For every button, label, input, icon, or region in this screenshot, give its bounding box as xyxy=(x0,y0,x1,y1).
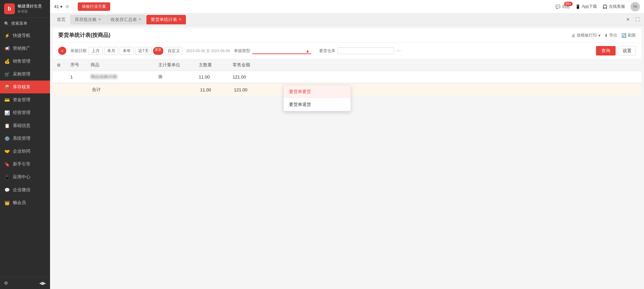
tab-bar: 首页 库存批次账 ✕ 收发存汇总表 ✕ 要货单统计表 ✕ ✕ ⛶ xyxy=(50,14,644,26)
messages-badge: 99+ xyxy=(564,2,573,6)
footer-label: 合计 xyxy=(92,87,160,93)
search-menu[interactable]: 🔍 搜索菜单 xyxy=(0,18,50,29)
warehouse-input[interactable] xyxy=(337,47,394,54)
date-cur-year-btn[interactable]: 本年 xyxy=(120,47,134,55)
purchase-icon: 🛒 xyxy=(4,71,10,77)
wechat-icon: 💬 xyxy=(4,187,10,193)
footer-amount: 121.00 xyxy=(234,87,268,92)
type-input[interactable] xyxy=(252,47,311,54)
tab-home-label: 首页 xyxy=(57,17,66,23)
settings-btn[interactable]: 设置 xyxy=(618,46,636,55)
sidebar-item-enterprise[interactable]: 🤝 企业协同 xyxy=(0,145,50,158)
store-chevron-icon: ▾ xyxy=(60,4,63,9)
refresh-btn[interactable]: 🔄 刷新 xyxy=(621,32,636,38)
col-no: 序号 xyxy=(66,59,87,71)
app-name-block: 畅捷通好生意 标准版 xyxy=(18,4,42,14)
date-more-badge[interactable]: 更多 xyxy=(153,47,163,55)
query-btn[interactable]: 查询 xyxy=(596,46,616,55)
sidebar-item-marketing[interactable]: 📢 营销推广 xyxy=(0,42,50,55)
print-icon: 🖨 xyxy=(571,33,575,38)
sidebar-item-vip[interactable]: 👑 畅会员 xyxy=(0,196,50,209)
store-name: 41 xyxy=(54,4,59,9)
sales-icon: 💰 xyxy=(4,58,10,64)
refresh-icon: 🔄 xyxy=(621,33,626,38)
online-service-label: 在线客服 xyxy=(609,4,625,9)
tab-close-inventory-batch[interactable]: ✕ xyxy=(98,17,101,22)
tab-close-receipt-summary[interactable]: ✕ xyxy=(138,17,141,22)
tab-receipt-summary[interactable]: 收发存汇总表 ✕ xyxy=(106,15,146,24)
tab-bar-actions: ✕ ⛶ xyxy=(624,16,641,24)
tab-inventory-batch-label: 库存批次账 xyxy=(75,17,97,23)
app-download-btn[interactable]: 📱 App下载 xyxy=(575,4,597,9)
table-header-row: ⚙ 序号 商品 主计量单位 主数量 零售金额 xyxy=(53,59,641,71)
col-amount: 零售金额 xyxy=(229,59,262,71)
col-settings-icon[interactable]: ⚙ xyxy=(57,63,61,68)
inventory-icon: 📦 xyxy=(4,84,10,90)
table-wrapper: ⚙ 序号 商品 主计量单位 主数量 零售金额 xyxy=(53,59,641,83)
sidebar-item-quick-nav[interactable]: ⚡ 快捷导航 xyxy=(0,29,50,42)
export-btn[interactable]: ⬇ 导出 xyxy=(604,32,617,38)
app-name: 畅捷通好生意 xyxy=(18,4,42,9)
row-qty-cell: 11.00 xyxy=(195,71,229,83)
tab-close-all-btn[interactable]: ✕ xyxy=(624,16,632,24)
collapse-icon[interactable]: ◀▶ xyxy=(39,281,46,286)
sidebar-item-label: 基础信息 xyxy=(13,123,30,129)
sidebar-item-label: 企业协同 xyxy=(13,148,30,154)
operation-icon: 📊 xyxy=(4,110,10,116)
tab-home[interactable]: 首页 xyxy=(53,15,70,24)
filter-more-btn[interactable]: ··· xyxy=(396,48,401,54)
header-divider xyxy=(73,3,74,10)
user-avatar[interactable]: Rit xyxy=(630,2,640,12)
store-selector[interactable]: 41 ▾ xyxy=(54,4,63,9)
filter-type-group: 单据类型 ▲ xyxy=(234,47,311,54)
tab-expand-btn[interactable]: ⛶ xyxy=(633,16,641,24)
sidebar-item-basic[interactable]: 📋 基础信息 xyxy=(0,119,50,132)
date-last7-btn[interactable]: 近7天 xyxy=(135,47,152,55)
sidebar-item-app-center[interactable]: 📱 应用中心 xyxy=(0,171,50,183)
sidebar-item-inventory[interactable]: 📦 库存核算 xyxy=(0,81,50,93)
sidebar-item-sales[interactable]: 💰 销售管理 xyxy=(0,55,50,68)
vip-icon: 👑 xyxy=(4,200,10,206)
tab-receipt-summary-label: 收发存汇总表 xyxy=(111,17,137,23)
col-product: 商品 xyxy=(87,59,154,71)
messages-btn[interactable]: 💬 消息 99+ xyxy=(555,4,570,9)
app-download-label: App下载 xyxy=(582,4,597,9)
tab-inventory-batch[interactable]: 库存批次账 ✕ xyxy=(70,15,105,24)
page-title: 要货单统计表(按商品) xyxy=(58,32,111,39)
top-header: 41 ▾ ⚙ 体验行业方案 💬 消息 99+ 📱 App下载 🎧 在线客服 Ri… xyxy=(50,0,644,14)
date-cur-month-btn[interactable]: 本月 xyxy=(104,47,118,55)
service-icon: 🎧 xyxy=(602,4,607,9)
date-custom-btn[interactable]: 自定义 xyxy=(165,47,183,55)
online-service-btn[interactable]: 🎧 在线客服 xyxy=(602,4,625,9)
col-extra xyxy=(262,59,641,71)
filter-date-btns: 上月 本月 本年 近7天 更多 自定义 xyxy=(89,47,183,55)
sidebar-item-label: 采购管理 xyxy=(13,71,30,77)
tab-order-stats-label: 要货单统计表 xyxy=(151,17,177,23)
sidebar-item-finance[interactable]: 💳 资金管理 xyxy=(0,93,50,106)
tab-close-order-stats[interactable]: ✕ xyxy=(178,17,182,22)
row-settings-cell xyxy=(53,71,66,83)
filter-expand-btn[interactable]: » xyxy=(58,47,66,55)
settings-icon[interactable]: ⚙ xyxy=(4,281,8,286)
sidebar-item-operation[interactable]: 📊 经营管理 xyxy=(0,106,50,119)
tab-order-stats[interactable]: 要货单统计表 ✕ xyxy=(146,15,186,24)
sidebar-item-system[interactable]: ⚙️ 系统管理 xyxy=(0,132,50,145)
print-btn[interactable]: 🖨 按模板打印 ▾ xyxy=(571,32,600,38)
export-icon: ⬇ xyxy=(604,33,608,38)
dropdown-item-return[interactable]: 要货单退货 xyxy=(284,98,351,111)
sidebar-item-guide[interactable]: 🔖 新手引导 xyxy=(0,158,50,171)
col-unit: 主计量单位 xyxy=(154,59,195,71)
basic-icon: 📋 xyxy=(4,123,10,129)
sidebar-item-wechat[interactable]: 💬 企业微信 xyxy=(0,183,50,196)
dropdown-item-order[interactable]: 要货单要货 xyxy=(284,85,351,98)
filter-type-wrapper: ▲ xyxy=(252,47,311,54)
date-label: 单据日期 xyxy=(70,48,87,54)
sidebar-item-label: 经营管理 xyxy=(13,110,30,116)
quick-nav-icon: ⚡ xyxy=(4,32,10,39)
gear-icon[interactable]: ⚙ xyxy=(65,4,69,9)
avatar-img: Rit xyxy=(630,2,640,12)
date-prev-month-btn[interactable]: 上月 xyxy=(89,47,103,55)
sidebar-logo: b 畅捷通好生意 标准版 xyxy=(0,0,50,18)
sidebar-item-purchase[interactable]: 🛒 采购管理 xyxy=(0,68,50,81)
trial-btn[interactable]: 体验行业方案 xyxy=(78,2,110,11)
